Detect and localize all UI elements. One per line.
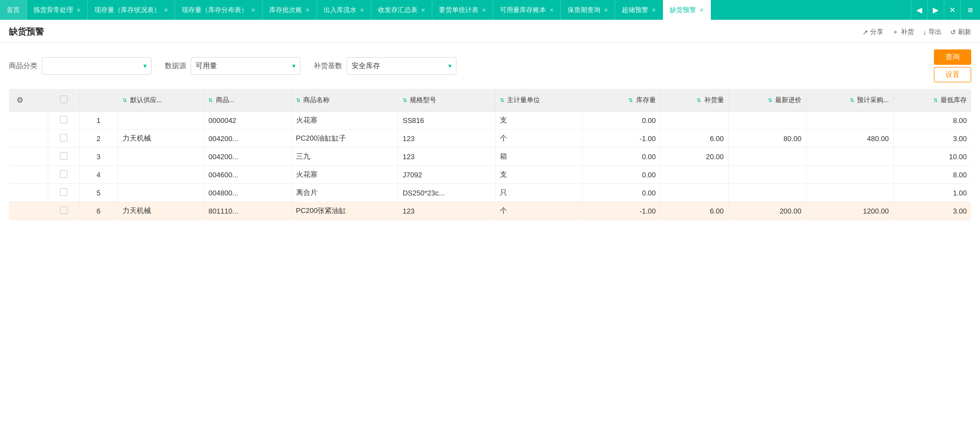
- col-header-supplier[interactable]: ⇅ 默认供应...: [118, 89, 204, 111]
- row-checkbox[interactable]: [60, 116, 68, 124]
- close-icon[interactable]: ✕: [76, 7, 81, 13]
- replenish-base-select[interactable]: 安全库存 ▾: [347, 57, 456, 75]
- col-header-latest-price[interactable]: ⇅ 最新进价: [728, 89, 806, 111]
- nav-tab-label: 现存量（库存分布表）: [182, 5, 248, 15]
- category-select[interactable]: ▾: [42, 57, 152, 75]
- filter-area: 商品分类 ▾ 数据源 可用量 ▾ 补货基数 安全库存 ▾ 查询 设置: [0, 43, 980, 89]
- nav-tab-inventory-status[interactable]: 现存量（库存状况表） ✕: [88, 0, 175, 20]
- row-supplier: 力天机械: [118, 202, 204, 220]
- col-header-min-stock[interactable]: ⇅ 最低库存: [893, 89, 971, 111]
- export-button[interactable]: ↓ 导出: [923, 27, 942, 37]
- nav-tab-receive-summary[interactable]: 收发存汇总表 ✕: [371, 0, 432, 20]
- sort-icon: ⇅: [850, 97, 854, 103]
- row-min-stock: 8.00: [893, 166, 971, 184]
- refresh-icon: ↺: [950, 29, 956, 36]
- col-header-product-code[interactable]: ⇅ 商品...: [204, 89, 291, 111]
- col-label-est-purchase: 预计采购...: [857, 96, 889, 104]
- row-latest-price: [728, 166, 806, 184]
- row-replenish-qty: [660, 111, 728, 130]
- close-icon[interactable]: ✕: [251, 7, 255, 13]
- nav-tab-expiry-query[interactable]: 保质期查询 ✕: [561, 0, 615, 20]
- row-checkbox[interactable]: [60, 188, 68, 196]
- row-check-cell[interactable]: [48, 202, 80, 220]
- table-container: ⚙ ⇅ 默认供应... ⇅ 商品... ⇅: [0, 89, 980, 220]
- nav-tab-shortage[interactable]: 缺货预警 ✕: [663, 0, 711, 20]
- row-est-purchase: [806, 184, 893, 202]
- nav-tab-home[interactable]: 首页: [0, 0, 27, 20]
- col-label-spec: 规格型号: [410, 96, 436, 104]
- settings-button[interactable]: 设置: [934, 67, 971, 82]
- nav-tab-label: 缺货预警: [670, 5, 696, 15]
- nav-tab-available-ledger[interactable]: 可用量库存账本 ✕: [493, 0, 561, 20]
- datasource-select[interactable]: 可用量 ▾: [191, 57, 300, 75]
- close-icon[interactable]: ✕: [360, 7, 364, 13]
- close-icon[interactable]: ✕: [305, 7, 310, 13]
- gear-icon[interactable]: ⚙: [13, 93, 26, 107]
- row-replenish-qty: 20.00: [660, 148, 728, 166]
- nav-tabs: 首页 拣货异常处理 ✕ 现存量（库存状况表） ✕ 现存量（库存分布表） ✕ 库存…: [0, 0, 980, 20]
- replenish-base-chevron-icon: ▾: [448, 62, 452, 70]
- row-check-cell[interactable]: [48, 130, 80, 148]
- col-header-spec[interactable]: ⇅ 规格型号: [398, 89, 495, 111]
- row-product-name: PC200油缸缸子: [291, 130, 398, 148]
- row-product-name: 火花塞: [291, 166, 398, 184]
- row-checkbox[interactable]: [60, 134, 68, 142]
- row-gear-cell: [9, 148, 48, 166]
- row-num: 2: [79, 130, 118, 148]
- close-icon[interactable]: ✕: [604, 7, 608, 13]
- nav-close-all-button[interactable]: ⊠: [960, 0, 980, 20]
- nav-tab-inout-flow[interactable]: 出入库流水 ✕: [317, 0, 371, 20]
- nav-prev-button[interactable]: ◀: [911, 0, 927, 20]
- close-icon[interactable]: ✕: [164, 7, 168, 13]
- row-supplier: [118, 166, 204, 184]
- col-label-supplier: 默认供应...: [130, 96, 162, 104]
- row-stock: -1.00: [583, 130, 660, 148]
- table-row: 2 力天机械 004200... PC200油缸缸子 123 个 -1.00 6…: [9, 130, 971, 148]
- col-header-check[interactable]: [48, 89, 80, 111]
- row-check-cell[interactable]: [48, 166, 80, 184]
- row-product-code: 004800...: [204, 184, 291, 202]
- nav-close-current-button[interactable]: ✕: [944, 0, 960, 20]
- row-check-cell[interactable]: [48, 184, 80, 202]
- row-check-cell[interactable]: [48, 148, 80, 166]
- close-icon[interactable]: ✕: [421, 7, 425, 13]
- nav-tab-overstock[interactable]: 超储预警 ✕: [615, 0, 663, 20]
- query-button[interactable]: 查询: [934, 49, 971, 65]
- row-checkbox[interactable]: [60, 152, 68, 160]
- close-icon[interactable]: ✕: [482, 7, 486, 13]
- close-icon[interactable]: ✕: [652, 7, 656, 13]
- nav-tab-abnormal[interactable]: 拣货异常处理 ✕: [27, 0, 88, 20]
- row-min-stock: 10.00: [893, 148, 971, 166]
- col-header-est-purchase[interactable]: ⇅ 预计采购...: [806, 89, 893, 111]
- refresh-button[interactable]: ↺ 刷新: [950, 27, 971, 37]
- replenish-button[interactable]: ＋ 补货: [892, 27, 914, 37]
- col-header-replenish-qty[interactable]: ⇅ 补货量: [660, 89, 728, 111]
- share-button[interactable]: ↗ 分享: [862, 27, 883, 37]
- row-replenish-qty: [660, 166, 728, 184]
- row-est-purchase: [806, 148, 893, 166]
- row-check-cell[interactable]: [48, 111, 80, 130]
- row-product-code: 004200...: [204, 130, 291, 148]
- page-header: 缺货预警 ↗ 分享 ＋ 补货 ↓ 导出 ↺ 刷新: [0, 20, 980, 43]
- row-product-code: 0000042: [204, 111, 291, 130]
- row-checkbox[interactable]: [60, 206, 68, 214]
- replenish-base-value: 安全库存: [352, 61, 380, 71]
- close-icon[interactable]: ✕: [699, 7, 704, 13]
- nav-tab-label: 现存量（库存状况表）: [94, 5, 160, 15]
- nav-tab-inventory-dist[interactable]: 现存量（库存分布表） ✕: [175, 0, 263, 20]
- row-checkbox[interactable]: [60, 170, 68, 178]
- nav-next-button[interactable]: ▶: [927, 0, 944, 20]
- nav-tab-order-stats[interactable]: 要货单统计表 ✕: [432, 0, 493, 20]
- select-all-checkbox[interactable]: [60, 96, 68, 103]
- close-icon[interactable]: ✕: [549, 7, 554, 13]
- nav-tab-batch-account[interactable]: 库存批次账 ✕: [263, 0, 317, 20]
- nav-tab-label: 收发存汇总表: [378, 5, 417, 15]
- row-num: 3: [79, 148, 118, 166]
- col-header-product-name[interactable]: ⇅ 商品名称: [291, 89, 398, 111]
- col-header-gear[interactable]: ⚙: [9, 89, 48, 111]
- col-header-stock[interactable]: ⇅ 库存量: [583, 89, 660, 111]
- sort-icon: ⇅: [403, 97, 407, 103]
- col-header-unit[interactable]: ⇅ 主计量单位: [495, 89, 583, 111]
- row-gear-cell: [9, 166, 48, 184]
- nav-tab-label: 保质期查询: [567, 5, 600, 15]
